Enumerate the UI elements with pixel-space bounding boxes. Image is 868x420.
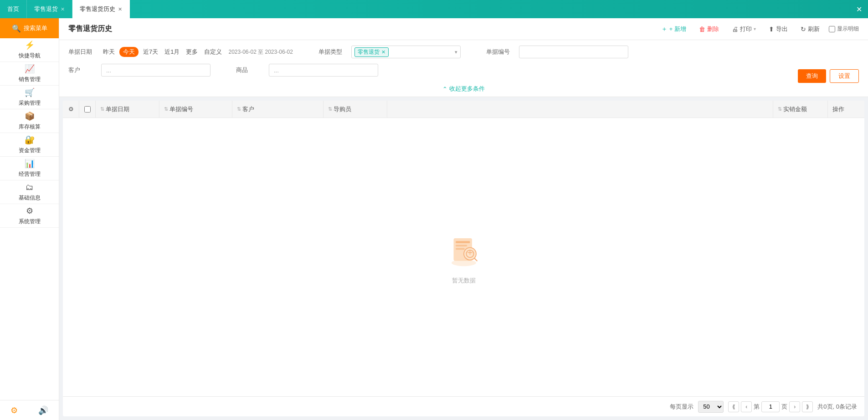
- goods-select[interactable]: ...: [269, 64, 378, 77]
- settings-icon[interactable]: ⚙: [10, 405, 18, 415]
- sidebar-item-purchase-mgmt[interactable]: 🛒 采购管理: [0, 86, 59, 109]
- empty-icon: [443, 230, 484, 271]
- sort-icon-customer[interactable]: ⇅: [237, 106, 241, 112]
- sidebar-item-label-quick-nav: 快捷导航: [19, 52, 41, 60]
- goods-label: 商品: [236, 66, 262, 74]
- quick-nav-icon: ⚡: [25, 40, 35, 50]
- toolbar: ＋ + 新增 🗑 删除 🖨 打印 ▾ ⬆ 导出 ↻: [657, 23, 859, 35]
- sidebar-item-finance-mgmt[interactable]: 🔐 资金管理: [0, 133, 59, 157]
- refresh-button[interactable]: ↻ 刷新: [797, 23, 823, 35]
- page-nav: ⟪ ‹ 第 页 › ⟫: [728, 401, 813, 412]
- top-bar: 首页 零售退货 ✕ 零售退货历史 ✕ ✕: [0, 0, 868, 18]
- doc-no-input[interactable]: [519, 46, 628, 58]
- select-all-checkbox[interactable]: [84, 106, 91, 113]
- page-number-input[interactable]: [761, 401, 780, 412]
- table-area: 查询 设置 ⚙ ⇅ 单据日期 ⇅ 单据编号 ⇅ 客户: [63, 101, 864, 416]
- doc-type-select[interactable]: 零售退货 ✕ ▾: [351, 46, 461, 58]
- show-detail-checkbox-label[interactable]: 显示明细: [829, 25, 859, 33]
- page-header: 零售退货历史 ＋ + 新增 🗑 删除 🖨 打印 ▾ ⬆ 导出: [59, 18, 868, 40]
- shortcut-more[interactable]: 更多: [184, 47, 200, 57]
- print-button[interactable]: 🖨 打印 ▾: [728, 23, 760, 35]
- sales-mgmt-icon: 📈: [25, 64, 35, 74]
- th-guide: ⇅ 导购员: [324, 101, 387, 118]
- th-date: ⇅ 单据日期: [96, 101, 159, 118]
- system-mgmt-icon: ⚙: [26, 206, 33, 216]
- prev-page-button[interactable]: ‹: [741, 401, 752, 412]
- tab-retail-return-close[interactable]: ✕: [61, 6, 65, 12]
- svg-rect-2: [456, 241, 470, 243]
- content-area: 零售退货历史 ＋ + 新增 🗑 删除 🖨 打印 ▾ ⬆ 导出: [59, 18, 868, 420]
- window-close-button[interactable]: ✕: [850, 0, 868, 18]
- filter-area: 单据日期 昨天 今天 近7天 近1月 更多 自定义 2023-06-02 至 2…: [59, 40, 868, 97]
- export-button[interactable]: ⬆ 导出: [765, 23, 791, 35]
- refresh-icon: ↻: [801, 26, 806, 33]
- collapse-more-button[interactable]: ⌃ 收起更多条件: [68, 82, 859, 97]
- add-button[interactable]: ＋ + 新增: [657, 23, 690, 35]
- th-settings[interactable]: ⚙: [63, 101, 79, 118]
- page-size-select[interactable]: 10 20 50 100: [698, 401, 724, 413]
- doc-type-select-arrow: ▾: [455, 49, 457, 55]
- filter-row-1: 单据日期 昨天 今天 近7天 近1月 更多 自定义 2023-06-02 至 2…: [68, 46, 859, 58]
- filter-row-2: 客户 ... 商品 ...: [68, 64, 859, 77]
- sidebar-item-system-mgmt[interactable]: ⚙ 系统管理: [0, 204, 59, 228]
- shortcut-custom[interactable]: 自定义: [202, 47, 224, 57]
- collapse-label: 收起更多条件: [449, 85, 485, 93]
- last-page-button[interactable]: ⟫: [802, 401, 813, 412]
- sidebar-footer: ⚙ 🔊: [0, 400, 59, 420]
- sidebar-item-label-finance-mgmt: 资金管理: [19, 147, 41, 154]
- sidebar-item-label-purchase-mgmt: 采购管理: [19, 99, 41, 107]
- tab-retail-return[interactable]: 零售退货 ✕: [27, 0, 72, 18]
- shortcut-last7days[interactable]: 近7天: [141, 47, 160, 57]
- th-checkbox[interactable]: [79, 101, 96, 118]
- svg-line-7: [474, 258, 477, 261]
- sort-icon-amount[interactable]: ⇅: [778, 106, 782, 112]
- sidebar-item-label-operations-mgmt: 经营管理: [19, 170, 41, 178]
- collapse-icon: ⌃: [442, 86, 447, 92]
- sidebar-item-basic-info[interactable]: 🗂 基础信息: [0, 180, 59, 204]
- shortcut-today[interactable]: 今天: [119, 47, 139, 57]
- first-page-button[interactable]: ⟪: [728, 401, 739, 412]
- sidebar-item-operations-mgmt[interactable]: 📊 经营管理: [0, 157, 59, 180]
- audio-icon[interactable]: 🔊: [38, 405, 48, 415]
- page-size-label: 每页显示: [670, 403, 693, 411]
- show-detail-checkbox[interactable]: [829, 26, 835, 32]
- sidebar-item-inventory[interactable]: 📦 库存核算: [0, 109, 59, 133]
- sidebar-item-label-system-mgmt: 系统管理: [19, 218, 41, 225]
- export-icon: ⬆: [769, 26, 774, 33]
- delete-button[interactable]: 🗑 删除: [695, 23, 723, 35]
- main-layout: 🔍 搜索菜单 ⚡ 快捷导航 📈 销售管理 🛒 采购管理 📦 库存核算 🔐: [0, 18, 868, 420]
- sidebar-item-sales-mgmt[interactable]: 📈 销售管理: [0, 62, 59, 86]
- date-shortcuts: 昨天 今天 近7天 近1月 更多 自定义 2023-06-02 至 2023-0…: [101, 47, 293, 57]
- pagination-bar: 每页显示 10 20 50 100 ⟪ ‹ 第 页 › ⟫: [63, 396, 864, 416]
- svg-rect-4: [456, 248, 465, 250]
- th-amount: ⇅ 实销金额: [773, 101, 828, 118]
- sidebar-nav: ⚡ 快捷导航 📈 销售管理 🛒 采购管理 📦 库存核算 🔐 资金管理 📊: [0, 38, 59, 400]
- sidebar-item-quick-nav[interactable]: ⚡ 快捷导航: [0, 38, 59, 62]
- next-page-button[interactable]: ›: [789, 401, 800, 412]
- page-title: 零售退货历史: [68, 24, 657, 34]
- tab-retail-return-history-close[interactable]: ✕: [118, 6, 122, 12]
- doc-type-label: 单据类型: [318, 48, 344, 56]
- th-action: 操作: [828, 101, 864, 118]
- sidebar-search-button[interactable]: 🔍 搜索菜单: [0, 18, 59, 38]
- sort-icon-date[interactable]: ⇅: [100, 106, 104, 112]
- date-range: 2023-06-02 至 2023-06-02: [228, 48, 293, 56]
- th-no: ⇅ 单据编号: [159, 101, 232, 118]
- doc-type-tag: 零售退货 ✕: [354, 47, 389, 57]
- doc-no-label: 单据编号: [486, 48, 512, 56]
- tab-retail-return-history[interactable]: 零售退货历史 ✕: [72, 0, 130, 18]
- doc-type-tag-close[interactable]: ✕: [381, 49, 385, 55]
- shortcut-yesterday[interactable]: 昨天: [101, 47, 117, 57]
- sort-icon-no[interactable]: ⇅: [164, 106, 168, 112]
- finance-mgmt-icon: 🔐: [25, 135, 35, 145]
- basic-info-icon: 🗂: [26, 183, 34, 192]
- sidebar-search-label: 搜索菜单: [24, 24, 47, 32]
- delete-icon: 🗑: [699, 26, 705, 33]
- tab-home[interactable]: 首页: [0, 0, 27, 18]
- customer-select[interactable]: ...: [101, 64, 211, 77]
- shortcut-last1month[interactable]: 近1月: [163, 47, 181, 57]
- svg-rect-3: [456, 245, 467, 246]
- th-customer: ⇅ 客户: [232, 101, 324, 118]
- empty-text: 暂无数据: [452, 277, 476, 285]
- sort-icon-guide[interactable]: ⇅: [328, 106, 332, 112]
